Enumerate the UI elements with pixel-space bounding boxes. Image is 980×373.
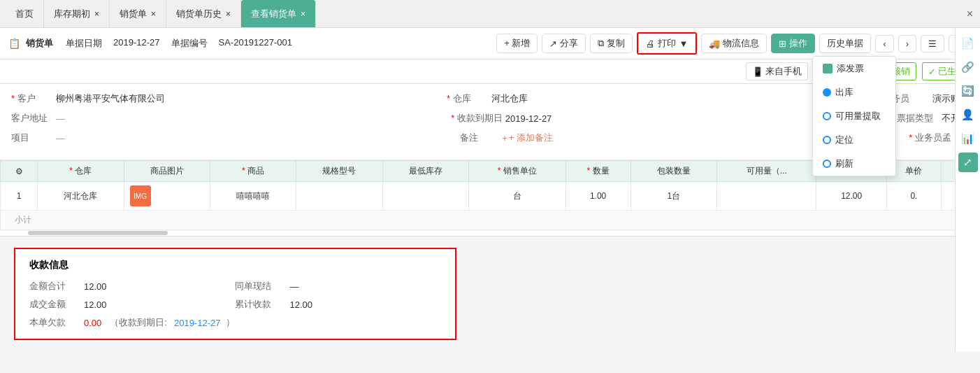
product-cell: 嘻嘻嘻嘻	[210, 182, 296, 211]
th-spec: 规格型号	[296, 161, 382, 182]
window-close-button[interactable]: ×	[967, 8, 973, 20]
th-pkg-qty: 包装数量	[630, 161, 716, 182]
print-dropdown-icon: ▼	[679, 38, 688, 49]
print-icon: 🖨	[646, 38, 655, 49]
right-btn-3[interactable]: 🔄	[958, 81, 978, 101]
available-qty-item[interactable]: 可用量提取	[813, 104, 895, 128]
th-warehouse: 仓库	[38, 161, 124, 182]
customer-value: 柳州粤港平安气体有限公司	[56, 92, 165, 105]
tab-home[interactable]: 首页	[6, 0, 44, 27]
outbound-item[interactable]: 出库	[813, 80, 895, 104]
operation-button[interactable]: ⊞ 操作	[771, 34, 815, 53]
effective-icon: ✓	[928, 66, 936, 77]
current-stock-cell: 12.00	[816, 182, 887, 211]
add-note-button[interactable]: + + 添加备注	[502, 132, 553, 144]
share-icon: ↗	[549, 38, 557, 49]
print-button[interactable]: 🖨 打印 ▼	[638, 34, 696, 53]
add-invoice-item[interactable]: 添发票	[813, 57, 895, 80]
doc-icon: 📋	[8, 38, 20, 49]
scroll-thumb[interactable]	[28, 231, 168, 235]
right-btn-1[interactable]: 📄	[958, 34, 978, 53]
subtotal-cell: 小计	[1, 211, 980, 230]
owe-note: （收款到期日:	[110, 316, 167, 329]
truck-icon: 🚚	[709, 38, 720, 49]
grid-icon: ⊞	[779, 38, 786, 49]
seq-cell: 1	[1, 182, 38, 211]
tab-sales-history[interactable]: 销货单历史 ×	[166, 0, 241, 27]
transaction-value: 12.00	[84, 300, 107, 310]
right-btn-4[interactable]: 👤	[958, 105, 978, 125]
th-min-stock: 最低库存	[382, 161, 468, 182]
logistics-button[interactable]: 🚚 物流信息	[701, 34, 767, 53]
right-toolbar: 📄 🔗 🔄 👤 📊 ⤢	[955, 28, 980, 351]
project-label: 项目	[11, 132, 53, 144]
tab-view-sales[interactable]: 查看销货单 ×	[241, 0, 316, 27]
total-value: 12.00	[84, 281, 107, 292]
mobile-icon: 📱	[752, 66, 763, 77]
mobile-btn[interactable]: 📱 来自手机	[746, 62, 808, 80]
address-value: —	[56, 113, 65, 124]
position-item[interactable]: 定位	[813, 128, 895, 152]
owe-date: 2019-12-27	[174, 318, 221, 328]
unit-price-cell: 0.	[887, 182, 942, 211]
right-btn-2[interactable]: 🔗	[958, 57, 978, 77]
owe-note-close: ）	[226, 316, 235, 329]
transaction-label: 成交金额	[29, 298, 78, 311]
number-value: SA-20191227-001	[219, 37, 293, 50]
copy-button[interactable]: ⧉ 复制	[590, 34, 633, 53]
right-btn-expand[interactable]: ⤢	[958, 153, 978, 172]
same-order-label: 同单现结	[235, 280, 284, 293]
th-settings[interactable]: ⚙	[1, 161, 38, 182]
print-highlight-box: 🖨 打印 ▼	[637, 32, 697, 55]
close-history-icon[interactable]: ×	[226, 9, 231, 19]
plus-icon: +	[502, 133, 507, 143]
total-row: 金额合计 12.00	[29, 280, 235, 293]
payment-date-value: 2019-12-27	[505, 113, 552, 124]
qty-cell: 1.00	[565, 182, 630, 211]
add-invoice-icon	[823, 64, 833, 73]
date-label: 单据日期	[66, 37, 102, 50]
doc-title: 销货单	[26, 37, 53, 50]
cumulative-value: 12.00	[289, 300, 312, 310]
owe-value: 0.00	[84, 318, 101, 328]
next-button[interactable]: ›	[898, 35, 916, 52]
date-value: 2019-12-27	[113, 37, 160, 50]
right-btn-5[interactable]: 📊	[958, 129, 978, 148]
payment-date-label: 收款到期日	[451, 112, 503, 125]
product-img-cell: IMG	[124, 182, 210, 211]
bottom-area: 收款信息 金额合计 12.00 同单现结 — 成交金额 12.00 累计收款 1…	[0, 237, 980, 351]
customer-field: 客户 柳州粤港平安气体有限公司	[11, 92, 447, 105]
copy-icon: ⧉	[598, 38, 604, 49]
table-row: 1 河北仓库 IMG 嘻嘻嘻嘻 台 1.00 1台 12.00 0.	[1, 182, 980, 211]
close-inventory-icon[interactable]: ×	[94, 9, 99, 19]
th-unit: 销售单位	[469, 161, 566, 182]
warehouse-value: 河北仓库	[491, 92, 528, 105]
close-view-sales-icon[interactable]: ×	[301, 9, 305, 19]
refresh-item[interactable]: 刷新	[813, 152, 895, 176]
note-label: 备注	[460, 132, 502, 144]
new-button[interactable]: + 新增	[496, 34, 538, 53]
cumulative-row: 累计收款 12.00	[235, 298, 440, 311]
available-cell	[717, 182, 816, 211]
same-order-value: —	[289, 281, 298, 292]
prev-button[interactable]: ‹	[875, 35, 893, 52]
th-product-img: 商品图片	[124, 161, 210, 182]
total-label: 金额合计	[29, 280, 78, 293]
th-available: 可用量（...	[717, 161, 816, 182]
main-toolbar: 📋 销货单 单据日期 2019-12-27 单据编号 SA-20191227-0…	[0, 28, 980, 59]
available-qty-icon	[823, 112, 831, 120]
warehouse-label: 仓库	[447, 92, 489, 105]
tab-sales[interactable]: 销货单 ×	[110, 0, 166, 27]
history-button[interactable]: 历史单据	[819, 34, 871, 53]
owe-row: 本单欠款 0.00 （收款到期日: 2019-12-27 ）	[29, 316, 235, 329]
number-label: 单据编号	[171, 37, 208, 50]
scroll-area	[0, 231, 980, 237]
subtotal-row: 小计	[1, 211, 980, 230]
unit-cell: 台	[469, 182, 566, 211]
list-view-button[interactable]: ☰	[921, 35, 944, 52]
toolbar-actions: + 新增 ↗ 分享 ⧉ 复制 🖨 打印 ▼ 🚚 物流信息	[496, 32, 972, 55]
product-img: IMG	[130, 185, 151, 206]
close-sales-icon[interactable]: ×	[151, 9, 156, 19]
tab-inventory[interactable]: 库存期初 ×	[44, 0, 110, 27]
share-button[interactable]: ↗ 分享	[542, 34, 586, 53]
